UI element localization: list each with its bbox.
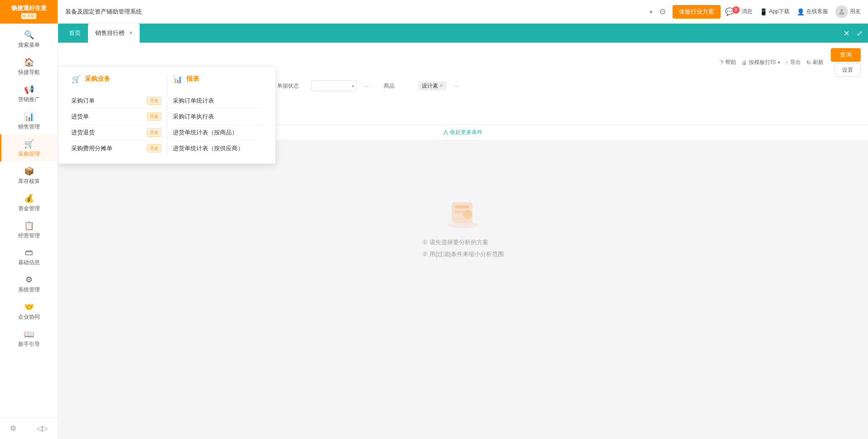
sidebar-item-marketing[interactable]: 📢 营销推广 <box>0 80 58 107</box>
tabbar-actions: ✕ ⤢ <box>842 28 864 39</box>
incoming-history[interactable]: 历史 <box>147 113 161 121</box>
print-btn[interactable]: 🖨 按模板打印 ▾ <box>741 59 780 66</box>
print-label: 按模板打印 <box>749 59 776 66</box>
dropdown-item-order-exec[interactable]: 采购订单执行表 <box>173 109 263 125</box>
app-download-label: App下载 <box>769 8 790 15</box>
app-download-icon: 📱 <box>760 8 767 15</box>
svg-text:!: ! <box>466 212 467 217</box>
enterprise-label: 企业协同 <box>18 313 40 321</box>
tabbar-expand-btn[interactable]: ⤢ <box>855 28 864 39</box>
dropdown-item-expense-label: 采购费用分摊单 <box>71 144 112 153</box>
svg-point-5 <box>463 210 472 219</box>
sales-icon: 📊 <box>24 112 34 122</box>
purchase-col-title: 采购业务 <box>85 75 110 83</box>
sidebar-collapse-btn[interactable]: ◁▷ <box>33 422 51 434</box>
empty-illustration: ! <box>440 195 486 231</box>
goods-label: 商品 <box>384 82 411 90</box>
expense-history[interactable]: 历史 <box>147 144 161 153</box>
report-col-header: 📊 报表 <box>173 74 263 88</box>
refresh-label: 刷新 <box>813 59 824 66</box>
tabbar-close-btn[interactable]: ✕ <box>842 28 851 39</box>
export-btn[interactable]: ↑ 导出 <box>785 59 801 66</box>
return-history[interactable]: 历史 <box>147 128 161 137</box>
marketing-icon: 📢 <box>24 84 34 94</box>
voucher-status-label: 单据状态 <box>277 82 304 90</box>
dropdown-item-incoming-by-goods[interactable]: 进货单统计表（按商品） <box>173 125 263 141</box>
tab-home-label: 首页 <box>69 29 81 37</box>
capital-icon: 💰 <box>24 193 34 203</box>
inventory-label: 库存核算 <box>18 178 40 185</box>
app-download-item[interactable]: 📱 App下载 <box>760 8 790 15</box>
online-service-label: 在线客服 <box>806 8 828 15</box>
collapse-label: ⋀ 收起更多条件 <box>444 128 482 136</box>
sidebar-item-guide[interactable]: 📖 新手引导 <box>0 325 58 352</box>
sidebar-bottom: ⚙ ◁▷ <box>0 417 58 439</box>
content-area: ? 帮助 🖨 按模板打印 ▾ ↑ 导出 ↻ 刷新 <box>58 43 868 439</box>
system-icon: ⚙ <box>25 275 33 285</box>
basic-info-icon: 🗃 <box>25 248 33 257</box>
search-label: 搜索菜单 <box>18 41 40 49</box>
tab-close-btn[interactable]: × <box>129 30 132 36</box>
tab-sales-ranking[interactable]: 销售排行榜 × <box>88 24 140 43</box>
sidebar-settings-btn[interactable]: ⚙ <box>6 422 20 434</box>
sidebar-item-quick-nav[interactable]: 🏠 快捷导航 <box>0 53 58 80</box>
sidebar-item-operations[interactable]: 📋 经营管理 <box>0 216 58 243</box>
purchase-col: 🛒 采购业务 采购订单 历史 进货单 历史 进货退货 历史 <box>66 74 167 156</box>
dropdown-item-order-stats[interactable]: 采购订单统计表 <box>173 93 263 109</box>
voucher-status-more[interactable]: ··· <box>364 83 369 89</box>
tab-home[interactable]: 首页 <box>62 24 88 43</box>
print-dropdown-icon[interactable]: ▾ <box>778 60 780 65</box>
action-btn-group: 查询 设置 <box>831 48 861 77</box>
goods-more[interactable]: ··· <box>454 83 459 89</box>
sidebar-item-capital[interactable]: 💰 资金管理 <box>0 189 58 216</box>
sidebar-item-search[interactable]: 🔍 搜索菜单 <box>0 25 58 53</box>
marketing-label: 营销推广 <box>18 96 40 104</box>
sidebar-item-basic-info[interactable]: 🗃 基础信息 <box>0 243 58 270</box>
refresh-icon: ↻ <box>806 59 811 66</box>
svg-point-0 <box>840 9 843 12</box>
refresh-btn[interactable]: ↻ 刷新 <box>806 59 824 66</box>
sidebar-item-sales[interactable]: 📊 销售管理 <box>0 107 58 134</box>
notification-count: 9 <box>732 6 740 14</box>
guide-label: 新手引导 <box>18 340 40 348</box>
export-label: 导出 <box>790 59 801 66</box>
user-item[interactable]: 用友 <box>835 5 861 18</box>
user-label: 用友 <box>850 8 861 15</box>
purchase-order-history[interactable]: 历史 <box>147 97 161 105</box>
empty-tips: 请先选择要分析的方案 用[过滤]条件来缩小分析范围 <box>422 237 503 260</box>
notification-item[interactable]: 💬 9 消息 <box>725 7 752 16</box>
sidebar-item-inventory[interactable]: 📦 库存核算 <box>0 162 58 189</box>
empty-tip-2: 用[过滤]条件来缩小分析范围 <box>422 248 503 260</box>
voucher-status-select[interactable] <box>312 80 357 91</box>
topbar-dropdown-icon[interactable]: ▾ <box>649 8 653 15</box>
dropdown-item-return[interactable]: 进货退货 历史 <box>71 125 161 141</box>
operations-icon: 📋 <box>24 221 34 231</box>
query-btn[interactable]: 查询 <box>831 48 861 62</box>
dropdown-item-incoming-by-supplier-label: 进货单统计表（按供应商） <box>173 144 244 153</box>
dropdown-item-incoming[interactable]: 进货单 历史 <box>71 109 161 125</box>
goods-tag-text: 设计素 <box>422 82 438 90</box>
sidebar-item-system[interactable]: ⚙ 系统管理 <box>0 270 58 297</box>
dropdown-item-incoming-by-supplier[interactable]: 进货单统计表（按供应商） <box>173 141 263 156</box>
topbar-settings-icon[interactable]: ⚙ <box>657 5 668 19</box>
system-title: 装备及固定资产辅助管理系统 <box>65 8 645 16</box>
voucher-status-select-wrap <box>312 80 357 91</box>
online-service-item[interactable]: 👤 在线客服 <box>797 8 828 15</box>
tabbar: 首页 销售排行榜 × ✕ ⤢ <box>58 24 868 43</box>
sidebar-item-enterprise[interactable]: 🤝 企业协同 <box>0 297 58 325</box>
dropdown-item-return-label: 进货退货 <box>71 128 95 137</box>
set-btn[interactable]: 设置 <box>834 64 861 77</box>
dropdown-item-incoming-by-goods-label: 进货单统计表（按商品） <box>173 128 238 137</box>
goods-tag-close[interactable]: × <box>440 83 443 89</box>
dropdown-item-purchase-order[interactable]: 采购订单 历史 <box>71 93 161 109</box>
export-icon: ↑ <box>785 59 788 66</box>
sidebar-item-purchase[interactable]: 🛒 采购管理 <box>0 134 58 162</box>
main-area: 装备及固定资产辅助管理系统 ▾ ⚙ 体验行业方案 💬 9 消息 📱 App下载 … <box>58 0 868 439</box>
help-btn[interactable]: ? 帮助 <box>720 59 736 66</box>
goods-tag: 设计素 × <box>418 81 447 91</box>
dropdown-item-expense[interactable]: 采购费用分摊单 历史 <box>71 141 161 156</box>
purchase-icon: 🛒 <box>24 139 34 149</box>
inventory-icon: 📦 <box>24 166 34 176</box>
search-icon: 🔍 <box>24 30 34 40</box>
industry-btn[interactable]: 体验行业方案 <box>673 5 721 19</box>
